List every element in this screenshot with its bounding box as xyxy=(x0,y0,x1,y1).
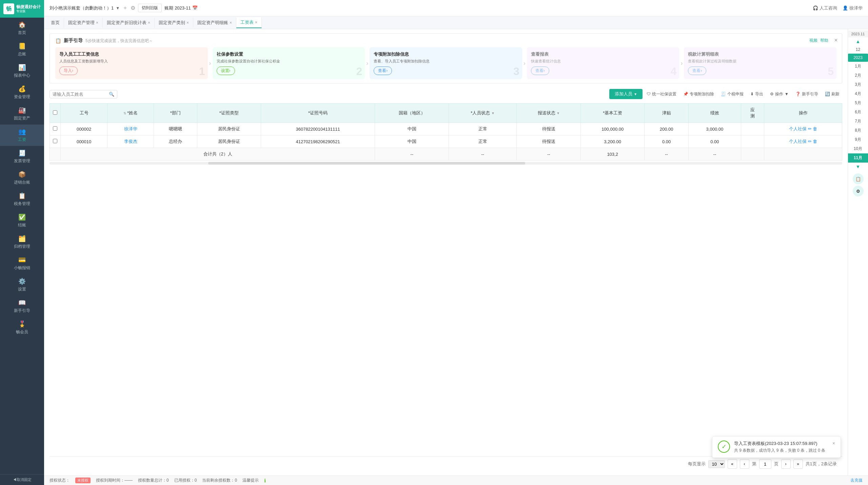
page-label: 第 xyxy=(752,461,756,467)
per-page-select[interactable]: 10 20 50 xyxy=(708,460,725,468)
row-idnumber-1: 412702198206290521 xyxy=(261,135,375,148)
step2-btn[interactable]: 设置› xyxy=(217,67,235,75)
tab-close-fixed-assets[interactable]: × xyxy=(96,20,98,25)
sidebar-item-tax[interactable]: 📋 税务管理 xyxy=(0,189,44,210)
refresh-btn[interactable]: 🔄 刷新 xyxy=(822,90,842,98)
account-dropdown-icon[interactable]: ▼ xyxy=(116,6,120,11)
table-row: 000002 徐泽华 嗯嗯嗯 居民身份证 360782200104131111 … xyxy=(50,123,842,135)
row-checkbox-0[interactable] xyxy=(50,123,61,135)
tab-asset-category[interactable]: 固定资产类别× xyxy=(155,18,193,28)
edit-icon-1[interactable]: ✏ xyxy=(808,139,812,144)
cal-month-1[interactable]: 1月 xyxy=(848,62,868,71)
ops-dropdown-icon: ▼ xyxy=(785,92,789,96)
cal-month-7[interactable]: 7月 xyxy=(848,117,868,126)
sidebar-item-home[interactable]: 🏠 首页 xyxy=(0,18,44,39)
edit-icon-0[interactable]: ✏ xyxy=(808,126,812,131)
sidebar-item-funds[interactable]: 💰 资金管理 xyxy=(0,82,44,103)
sidebar-item-reports[interactable]: 📊 报表中心 xyxy=(0,60,44,82)
row-checkbox-1[interactable] xyxy=(50,135,61,148)
period-selector[interactable]: 账期 2023-11 📅 xyxy=(164,5,198,11)
row-action-0[interactable]: 个人社保 ✏ 🗑 xyxy=(764,123,842,135)
wizard-shortcut-btn[interactable]: ❓ 新手引导 xyxy=(793,90,821,98)
wizard-close-btn[interactable]: ✕ xyxy=(834,38,838,43)
cal-month-11[interactable]: 11月 xyxy=(848,153,868,163)
cal-12-prev[interactable]: 12 xyxy=(848,45,868,54)
cancel-fixed-btn[interactable]: ◀取消固定 xyxy=(0,474,44,485)
cal-month-9[interactable]: 9月 xyxy=(848,135,868,144)
calendar-action-2[interactable]: ⚙ xyxy=(853,186,864,197)
sidebar-item-expenses[interactable]: 🧾 发票管理 xyxy=(0,146,44,167)
search-box[interactable]: 🔍 xyxy=(50,90,117,98)
cal-year-2023[interactable]: 2023 xyxy=(848,54,868,62)
cal-month-6[interactable]: 6月 xyxy=(848,108,868,117)
add-btn-dropdown-icon[interactable]: ▼ xyxy=(634,92,637,96)
sidebar-item-archive[interactable]: 🗂️ 归档管理 xyxy=(0,231,44,253)
step3-btn[interactable]: 查看› xyxy=(374,67,392,75)
tab-label-depreciation: 固定资产折旧统计表 xyxy=(107,20,146,26)
last-page-btn[interactable]: » xyxy=(793,459,803,469)
operations-btn[interactable]: ⚙ 操作 ▼ xyxy=(767,90,791,98)
tab-close-asset-detail[interactable]: × xyxy=(230,20,232,25)
settings-icon[interactable]: ⚙ xyxy=(131,5,135,11)
ai-consultant-btn[interactable]: 🎧 人工咨询 xyxy=(813,5,837,11)
sidebar-item-fixed-assets[interactable]: 🏭 固定资产 xyxy=(0,103,44,125)
cal-month-4[interactable]: 4月 xyxy=(848,89,868,98)
user-profile-btn[interactable]: 👤 徐泽华 xyxy=(843,5,863,11)
tab-close-payroll[interactable]: × xyxy=(255,20,257,25)
page-number-input[interactable] xyxy=(759,459,771,469)
add-employee-btn[interactable]: 添加人员 ▼ xyxy=(609,89,643,99)
tax-report-btn[interactable]: 🧾 个税申报 xyxy=(718,90,746,98)
cal-month-8[interactable]: 8月 xyxy=(848,126,868,135)
tab-depreciation[interactable]: 固定资产折旧统计表× xyxy=(103,18,155,28)
search-input[interactable] xyxy=(53,92,107,97)
row-name-0[interactable]: 徐泽华 xyxy=(107,123,154,135)
calendar-up-btn[interactable]: ▲ xyxy=(854,37,862,45)
step5-btn[interactable]: 查看› xyxy=(688,67,706,75)
prev-page-btn[interactable]: ‹ xyxy=(740,459,749,469)
tab-payroll[interactable]: 工资表× xyxy=(236,17,262,28)
video-link[interactable]: 视频 xyxy=(809,38,817,43)
sidebar-item-ledger[interactable]: 📒 总账 xyxy=(0,39,44,60)
cal-month-10[interactable]: 10月 xyxy=(848,144,868,153)
delete-icon-1[interactable]: 🗑 xyxy=(813,139,817,144)
tab-close-depreciation[interactable]: × xyxy=(148,20,150,25)
row-name-1[interactable]: 李俊杰 xyxy=(107,135,154,148)
add-account-icon[interactable]: ＋ xyxy=(122,4,128,12)
sidebar-item-reimbursement[interactable]: 💳 小畅报销 xyxy=(0,253,44,274)
special-deduction-btn[interactable]: 📌 专项附加扣除 xyxy=(680,90,717,98)
cal-month-3[interactable]: 3月 xyxy=(848,80,868,89)
recharge-link[interactable]: 去充值 xyxy=(850,478,863,483)
select-all-checkbox[interactable] xyxy=(53,110,57,115)
horizontal-scrollbar[interactable] xyxy=(50,162,842,165)
scrollbar-thumb[interactable] xyxy=(208,162,525,165)
switch-version-btn[interactable]: 切到旧版 xyxy=(138,4,162,12)
first-page-btn[interactable]: « xyxy=(728,459,737,469)
sidebar-item-guide[interactable]: 📖 新手引导 xyxy=(0,296,44,317)
sidebar-item-member[interactable]: 🎖️ 畅会员 xyxy=(0,317,44,338)
delete-icon-0[interactable]: 🗑 xyxy=(813,126,817,131)
sidebar-item-settings[interactable]: ⚙️ 设置 xyxy=(0,274,44,296)
search-icon[interactable]: 🔍 xyxy=(109,92,114,97)
calendar-action-1[interactable]: 📋 xyxy=(853,173,864,184)
row-dept-1: 总经办 xyxy=(154,135,197,148)
step4-btn[interactable]: 查看› xyxy=(531,67,549,75)
sidebar-item-close[interactable]: ✅ 结账 xyxy=(0,210,44,231)
cal-month-5[interactable]: 5月 xyxy=(848,98,868,108)
help-link[interactable]: 帮助 xyxy=(820,38,828,43)
step1-btn[interactable]: 导入› xyxy=(59,67,78,75)
export-btn[interactable]: ⬇ 导出 xyxy=(748,90,766,98)
cal-month-2[interactable]: 2月 xyxy=(848,71,868,80)
sidebar-item-payroll[interactable]: 👥 工资 xyxy=(0,125,44,146)
calendar-icon[interactable]: 📅 xyxy=(192,5,198,11)
row-action-1[interactable]: 个人社保 ✏ 🗑 xyxy=(764,135,842,148)
sidebar-item-stock[interactable]: 📦 进销台账 xyxy=(0,167,44,189)
calendar-down-btn[interactable]: ▼ xyxy=(854,163,862,171)
social-security-btn[interactable]: 🛡 统一社保设置 xyxy=(644,90,679,98)
account-selector[interactable]: 刘小艳演示账套（勿删勿动！）1 ▼ xyxy=(50,5,120,11)
tab-close-asset-category[interactable]: × xyxy=(186,20,189,25)
notification-close-btn[interactable]: × xyxy=(832,441,835,446)
tab-home[interactable]: 首页 xyxy=(47,18,64,28)
tab-asset-detail[interactable]: 固定资产明细账× xyxy=(193,18,236,28)
tab-fixed-assets[interactable]: 固定资产管理× xyxy=(64,18,103,28)
next-page-btn[interactable]: › xyxy=(781,459,791,469)
